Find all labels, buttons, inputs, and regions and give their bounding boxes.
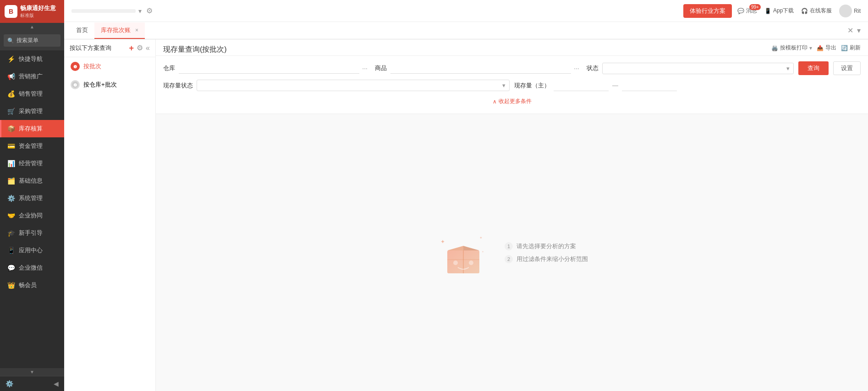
search-icon: 🔍 [7, 38, 14, 44]
sidebar-item-inventory[interactable]: 📦 库存核算 [0, 120, 64, 137]
sidebar-settings-button[interactable]: ⚙️ [5, 380, 13, 387]
filter-row-2: 现存量状态 ▾ 现存量（主） — [163, 80, 861, 91]
sidebar-item-label: 企业微信 [19, 264, 43, 272]
stock-amount-min[interactable] [554, 80, 609, 91]
filter-bar: 仓库 ··· 商品 ··· 状态 ▾ [156, 56, 868, 114]
svg-text:❶: ❶ [73, 65, 77, 69]
product-dots[interactable]: ··· [571, 65, 582, 72]
main-area: ▾ ⚙ 体验行业方案 💬 消息 99+ 📱 App下载 🎧 在线客服 Rit [64, 0, 868, 391]
system-icon: ⚙️ [7, 194, 15, 202]
sidebar-item-label: 库存核算 [19, 125, 43, 133]
messages-btn[interactable]: 💬 消息 99+ [737, 7, 757, 15]
tab-close-button[interactable]: × [135, 27, 138, 33]
topbar: ▾ ⚙ 体验行业方案 💬 消息 99+ 📱 App下载 🎧 在线客服 Rit [64, 0, 868, 22]
sidebar-item-label: 新手引导 [19, 229, 43, 237]
sidebar-item-appcenter[interactable]: 📱 应用中心 [0, 242, 64, 259]
app-edition: 标准版 [20, 12, 56, 18]
empty-illustration: ✦ ✦ ✦ [436, 225, 491, 280]
trial-button[interactable]: 体验行业方案 [683, 4, 732, 18]
svg-text:✦: ✦ [440, 239, 445, 245]
tab-home[interactable]: 首页 [70, 22, 94, 39]
query-button[interactable]: 查询 [798, 61, 829, 75]
left-panel-header: 按以下方案查询 + ⚙ « [64, 39, 155, 57]
product-label: 商品 [375, 64, 387, 72]
sidebar-item-newguide[interactable]: 🎓 新手引导 [0, 224, 64, 242]
left-panel-actions: + ⚙ « [129, 44, 150, 52]
warehouse-input[interactable] [179, 63, 359, 74]
stock-status-filter: 现存量状态 ▾ [163, 80, 510, 91]
print-button[interactable]: 🖨️ 按模板打印 ▾ [771, 44, 812, 52]
filter-row-1: 仓库 ··· 商品 ··· 状态 ▾ [163, 61, 861, 75]
sidebar-item-member[interactable]: 👑 畅会员 [0, 277, 64, 294]
sidebar-item-label: 快捷导航 [19, 55, 43, 63]
sidebar-collapse-button[interactable]: ◀ [54, 380, 59, 387]
add-plan-button[interactable]: + [129, 44, 134, 52]
sidebar-item-system[interactable]: ⚙️ 系统管理 [0, 190, 64, 207]
print-dropdown-icon: ▾ [809, 45, 812, 51]
avatar-image [839, 5, 852, 17]
sidebar-item-label: 经营管理 [19, 159, 43, 168]
product-input[interactable] [390, 63, 571, 74]
topbar-search-box [71, 9, 136, 13]
app-download-btn[interactable]: 📱 App下载 [764, 7, 794, 15]
stock-status-select[interactable]: ▾ [197, 80, 510, 91]
chevron-up-icon: ∧ [493, 98, 497, 105]
wechat-icon: 💬 [7, 264, 15, 272]
scroll-up-btn[interactable]: ▲ [0, 23, 64, 31]
sidebar-item-label: 采购管理 [19, 107, 43, 115]
topbar-right: 💬 消息 99+ 📱 App下载 🎧 在线客服 Rit [737, 5, 861, 17]
sidebar-item-finance[interactable]: 💳 资金管理 [0, 137, 64, 155]
sidebar-item-marketing[interactable]: 📢 营销推广 [0, 68, 64, 85]
sidebar-item-basic[interactable]: 🗂️ 基础信息 [0, 172, 64, 190]
tab-inventory-batch[interactable]: 库存批次账 × [94, 22, 145, 39]
close-panel-button[interactable]: ✕ [846, 24, 855, 37]
collapse-filter-button[interactable]: ∧ 收起更多条件 [163, 95, 861, 108]
topbar-breadcrumb: ▾ ⚙ [71, 5, 678, 17]
headset-icon: 🎧 [801, 8, 808, 14]
sidebar-item-enterprise[interactable]: 🤝 企业协同 [0, 207, 64, 224]
sidebar-header: B 畅康通好生意 标准版 [0, 0, 64, 23]
plan-warehouse-batch-label: 按仓库+批次 [83, 81, 117, 89]
sidebar-item-purchase[interactable]: 🛒 采购管理 [0, 103, 64, 120]
content-area: 按以下方案查询 + ⚙ « ❶ 按批次 [64, 39, 868, 391]
plan-settings-button[interactable]: ⚙ [137, 44, 143, 52]
newguide-icon: 🎓 [7, 229, 15, 237]
refresh-icon: 🔄 [841, 45, 848, 51]
sidebar-item-label: 基础信息 [19, 177, 43, 185]
tab-close-panel: ✕ ▾ [846, 24, 863, 37]
scroll-down-btn[interactable]: ▼ [0, 368, 64, 376]
tabbar: 首页 库存批次账 × ✕ ▾ [64, 22, 868, 39]
svg-marker-5 [447, 246, 463, 250]
sidebar-item-quicknav[interactable]: ⚡ 快捷导航 [0, 50, 64, 68]
topbar-settings-button[interactable]: ⚙ [144, 5, 154, 17]
empty-state: ✦ ✦ ✦ 1 请先选择要分析的方案 2 用过滤条件来缩小分析范围 [156, 114, 868, 391]
stock-amount-max[interactable] [622, 80, 677, 91]
page-title: 现存量查询(按批次) [163, 45, 227, 54]
plan-batch-item[interactable]: ❶ 按批次 [64, 57, 155, 76]
enterprise-icon: 🤝 [7, 212, 15, 220]
sidebar-item-business[interactable]: 📊 经营管理 [0, 155, 64, 172]
sidebar-item-label: 系统管理 [19, 194, 43, 202]
svg-point-9 [453, 261, 458, 265]
warehouse-dots[interactable]: ··· [359, 65, 370, 72]
sidebar-item-label: 应用中心 [19, 246, 43, 255]
collapse-left-panel-button[interactable]: « [146, 44, 150, 52]
topbar-arrow-button[interactable]: ▾ [138, 7, 142, 15]
basic-icon: 🗂️ [7, 177, 15, 185]
status-select[interactable]: ▾ [602, 63, 794, 74]
warehouse-label: 仓库 [163, 64, 175, 72]
user-avatar[interactable]: Rit [839, 5, 861, 17]
panel-menu-button[interactable]: ▾ [855, 24, 863, 37]
export-button[interactable]: 📤 导出 [817, 44, 836, 52]
refresh-button[interactable]: 🔄 刷新 [841, 44, 861, 52]
online-service-btn[interactable]: 🎧 在线客服 [801, 7, 832, 15]
sidebar-item-wechat[interactable]: 💬 企业微信 [0, 259, 64, 277]
settings-action-button[interactable]: 设置 [833, 61, 861, 75]
quicknav-icon: ⚡ [7, 55, 15, 63]
svg-text:✦: ✦ [479, 236, 483, 240]
status-label: 状态 [587, 64, 599, 72]
search-menu-button[interactable]: 🔍 搜索菜单 [4, 34, 60, 47]
plan-warehouse-icon: ❷ [71, 80, 80, 89]
sidebar-item-sales[interactable]: 💰 销售管理 [0, 85, 64, 103]
plan-warehouse-batch-item[interactable]: ❷ 按仓库+批次 [64, 76, 155, 94]
